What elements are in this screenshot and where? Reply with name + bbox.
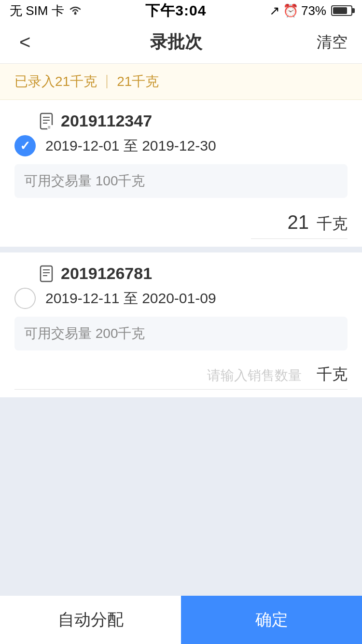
section-divider-1 [0, 247, 362, 252]
quantity-unit-2: 千克 [317, 364, 348, 385]
bottom-bar: 自动分配 确定 [0, 596, 362, 644]
svg-text:≡: ≡ [48, 125, 51, 130]
quantity-value-1: 21 [288, 211, 309, 233]
summary-divider [107, 75, 107, 88]
quantity-input-2[interactable] [164, 366, 309, 384]
svg-point-0 [74, 12, 76, 14]
batch-date-1: 2019-12-01 至 2019-12-30 [45, 136, 216, 156]
battery-percent: 73% [301, 3, 326, 18]
batch-card-1: ≡ 2019112347 2019-12-01 至 2019-12-30 可用交… [0, 100, 362, 247]
nav-bar: < 录批次 清空 [0, 21, 362, 64]
batch-card-2: 2019126781 2019-12-11 至 2020-01-09 可用交易量… [0, 252, 362, 397]
clear-button[interactable]: 清空 [317, 32, 348, 53]
auto-distribute-button[interactable]: 自动分配 [0, 596, 181, 644]
status-bar: 无 SIM 卡 下午3:04 ↗ ⏰ 73% [0, 0, 362, 21]
location-icon: ↗ [269, 3, 280, 18]
batch-date-2: 2019-12-11 至 2020-01-09 [45, 289, 216, 308]
summary-bar: 已录入21千克 21千克 [0, 64, 362, 100]
radio-2[interactable] [14, 288, 36, 309]
alarm-icon: ⏰ [283, 3, 298, 18]
batch-availability-1: 可用交易量 100千克 [14, 164, 348, 198]
confirm-button[interactable]: 确定 [181, 596, 362, 644]
batch-header-1: ≡ 2019112347 [0, 100, 362, 135]
wifi-icon [68, 3, 83, 18]
batch-availability-2: 可用交易量 200千克 [14, 317, 348, 350]
batch-id-2: 2019126781 [61, 264, 152, 283]
svg-rect-7 [41, 266, 52, 281]
carrier-text: 无 SIM 卡 [10, 2, 64, 19]
batch-date-row-2[interactable]: 2019-12-11 至 2020-01-09 [0, 288, 362, 317]
batch-header-2: 2019126781 [0, 252, 362, 288]
batch-date-row-1[interactable]: 2019-12-01 至 2019-12-30 [0, 135, 362, 164]
doc-icon-2 [39, 265, 56, 282]
status-time: 下午3:04 [145, 1, 206, 21]
summary-value: 21千克 [117, 72, 159, 91]
status-left: 无 SIM 卡 [10, 2, 83, 19]
radio-1[interactable] [14, 135, 36, 156]
status-right: ↗ ⏰ 73% [269, 3, 352, 18]
summary-label: 已录入21千克 [14, 72, 97, 91]
batch-id-1: 2019112347 [61, 112, 152, 130]
section-divider-2 [0, 397, 362, 403]
quantity-unit-1: 千克 [317, 213, 348, 235]
doc-icon-1: ≡ [39, 112, 56, 130]
page-title: 录批次 [150, 30, 202, 54]
battery-icon [331, 5, 352, 16]
back-button[interactable]: < [14, 27, 35, 58]
